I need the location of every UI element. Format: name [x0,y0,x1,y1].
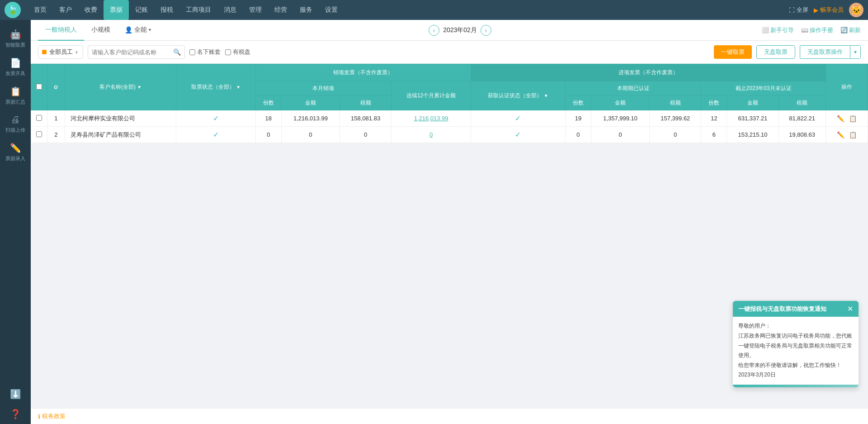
footer: ℹ 税务政策 [31,408,868,424]
member-btn[interactable]: ▶ 畅享会员 [814,6,844,14]
sidebar-item-smart-fetch[interactable]: 🤖 智能取票 [0,24,31,53]
nav-invoice[interactable]: 票据 [104,0,129,20]
nav-manage[interactable]: 管理 [243,0,268,20]
sidebar-item-invoice-summary[interactable]: 📋 票据汇总 [0,81,31,110]
th-settings-icon: ⚙ [47,64,65,110]
refresh-btn[interactable]: 🔄 刷新 [840,26,861,34]
tab-small-scale[interactable]: 小规模 [84,20,118,41]
row1-purchase-tax: 157,399.62 [650,110,701,127]
invoice-entry-icon: ✏️ [10,143,21,153]
th-sales-cumulative: 连续12个月累计金额 [392,81,471,110]
search-button[interactable]: 🔍 [173,48,181,56]
manual-btn[interactable]: 📖 操作手册 [801,26,833,34]
row1-unauth-pieces: 12 [701,110,727,127]
tax-policy-link[interactable]: ℹ 税务政策 [38,412,861,420]
row2-index: 2 [47,127,65,143]
th-unauth-pieces: 份数 [701,96,727,110]
row2-sales-tax: 0 [340,127,392,143]
th-purchase-group: 进项发票（不含作废票） [471,64,826,81]
row2-edit-icon[interactable]: ✏️ [837,131,844,138]
th-purchase-amount: 金额 [591,96,650,110]
auth-filter-icon[interactable]: ▼ [544,93,548,98]
table-row: 2 灵寿县尚泽矿产品有限公司 ✓ 0 0 0 0 ✓ 0 0 0 6 [31,127,868,143]
sidebar-item-help[interactable]: ❓ [0,404,31,424]
sidebar-item-invoice-entry[interactable]: ✏️ 票据录入 [0,138,31,167]
filter-icon[interactable]: ▼ [137,85,142,90]
new-guide-btn[interactable]: ⬜ 新手引导 [762,26,794,34]
nav-tax[interactable]: 报税 [154,0,179,20]
sidebar-item-download[interactable]: ⬇️ [0,384,31,404]
nav-right: ⛶ 全屏 ▶ 畅享会员 🐱 [789,3,863,17]
period-nav: ‹ 2023年02月 › [429,25,491,36]
row1-cumulative[interactable]: 1,216,013.99 [392,110,471,127]
select-all-checkbox[interactable] [36,84,42,90]
scan-upload-icon: 🖨 [11,114,20,125]
notification-title: 一键报税与无盘取票功能恢复通知 [738,305,826,313]
search-input[interactable] [92,49,173,56]
tab-all-in-one[interactable]: 👤 全能 ▾ [118,20,158,41]
auth-check-icon: ✓ [515,131,521,138]
notification-close-btn[interactable]: ✕ [847,305,853,313]
row2-checkbox[interactable] [31,127,47,143]
th-unauth-tax: 税额 [778,96,826,110]
row2-copy-icon[interactable]: 📋 [849,131,857,138]
nav-accounting[interactable]: 记账 [129,0,154,20]
checkbox-tax-disk[interactable]: 有税盘 [225,48,250,56]
help-icon: ❓ [10,409,21,419]
sub-tabs: 一般纳税人 小规模 👤 全能 ▾ ‹ 2023年02月 › ⬜ 新 [31,20,868,41]
nav-message[interactable]: 消息 [217,0,243,20]
no-disk-ops-arrow-btn[interactable]: ▾ [850,45,861,59]
nav-settings[interactable]: 设置 [319,0,344,20]
employee-indicator [42,50,47,54]
th-status: 取票状态（全部） ▼ [176,64,256,110]
user-avatar[interactable]: 🐱 [849,3,863,17]
employee-select[interactable]: 全部员工 ▾ [38,45,83,59]
sidebar-item-invoice-open[interactable]: 📄 发票开具 [0,53,31,81]
row1-edit-icon[interactable]: ✏️ [837,115,844,122]
row1-index: 1 [47,110,65,127]
notification-body: 尊敬的用户： 江苏政务网已恢复访问电子税务局功能，您代账一键登陆电子税务局与无盘… [733,317,859,385]
row2-cumulative[interactable]: 0 [392,127,471,143]
row1-copy-icon[interactable]: 📋 [849,115,857,122]
nav-home[interactable]: 首页 [28,0,53,20]
invoice-open-icon: 📄 [10,57,21,68]
th-purchase-pieces: 份数 [565,96,591,110]
nav-service[interactable]: 服务 [293,0,319,20]
row2-unauth-pieces: 6 [701,127,727,143]
checkbox-account-input[interactable] [189,49,195,55]
nav-operation[interactable]: 经营 [268,0,293,20]
row1-status: ✓ [176,110,256,127]
status-filter-icon[interactable]: ▼ [236,85,241,90]
th-customer: 客户名称(全部) ▼ [65,64,176,110]
sub-tabs-right: ⬜ 新手引导 📖 操作手册 🔄 刷新 [762,26,861,34]
row2-sales-pieces: 0 [255,127,281,143]
nav-menu: 首页 客户 收费 票据 记账 报税 工商项目 消息 管理 经营 服务 设置 [28,0,789,20]
row1-unauth-tax: 81,822.21 [778,110,826,127]
th-sales-pieces: 份数 [255,96,281,110]
checkbox-tax-disk-input[interactable] [225,49,231,55]
th-purchase-period: 本期期已认证 [565,81,701,96]
sidebar-item-scan-upload[interactable]: 🖨 扫描上传 [0,110,31,138]
row1-sales-amount: 1,216,013.99 [281,110,340,127]
no-disk-fetch-btn[interactable]: 无盘取票 [756,45,795,59]
th-purchase-unauth: 截止2023年03月未认证 [701,81,826,96]
checkbox-account[interactable]: 名下账套 [189,48,221,56]
fullscreen-btn[interactable]: ⛶ 全屏 [789,6,808,14]
employee-select-text: 全部员工 [49,48,73,56]
period-next-btn[interactable]: › [481,25,491,36]
row1-checkbox[interactable] [31,110,47,127]
tab-general-taxpayer[interactable]: 一般纳税人 [38,20,84,41]
row1-sales-tax: 158,081.83 [340,110,392,127]
nav-business[interactable]: 工商项目 [179,0,217,20]
one-click-fetch-btn[interactable]: 一键取票 [714,45,752,59]
guide-icon: ⬜ [762,27,769,33]
notification-popup: 一键报税与无盘取票功能恢复通知 ✕ 尊敬的用户： 江苏政务网已恢复访问电子税务局… [732,300,859,388]
sidebar: 🤖 智能取票 📄 发票开具 📋 票据汇总 🖨 扫描上传 ✏️ 票据录入 ⬇️ [0,20,31,424]
no-disk-ops-btn[interactable]: 无盘取票操作 [800,45,850,59]
nav-fee[interactable]: 收费 [78,0,104,20]
th-sales-tax: 税额 [340,96,392,110]
period-prev-btn[interactable]: ‹ [429,25,439,36]
status-check-icon: ✓ [213,131,219,138]
nav-customer[interactable]: 客户 [53,0,78,20]
no-disk-ops-group: 无盘取票操作 ▾ [800,45,861,59]
